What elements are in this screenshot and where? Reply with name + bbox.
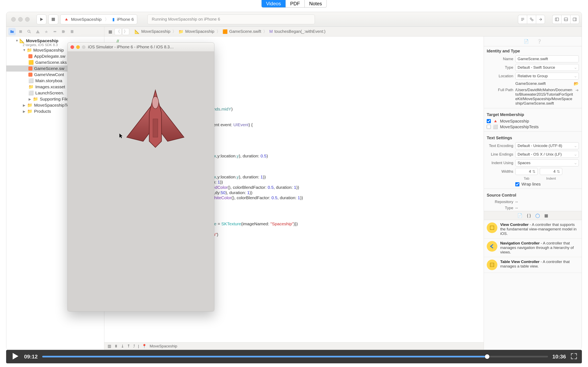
jump-bar[interactable]: ▦ 〈 〉 📐MoveSpaceship 〉 📁MoveSpaceship 〉 … <box>104 27 582 36</box>
lib-navigation-controller[interactable]: Navigation Controller - A controller tha… <box>484 239 582 257</box>
related-files-icon[interactable]: ▦ <box>107 28 114 35</box>
fullpath-label: Full Path <box>487 88 513 92</box>
xcode-toolbar: 🔺 MoveSpaceship 〉 ▮ iPhone 6 Running Mov… <box>6 12 582 27</box>
toggle-navigator-button[interactable] <box>552 15 561 24</box>
jump-nav: ▦ 〈 〉 <box>107 28 129 35</box>
secondary-toolbar: ▦ 〈 〉 📐MoveSpaceship 〉 📁MoveSpaceship 〉 … <box>6 27 582 36</box>
sim-min-icon[interactable] <box>76 45 80 49</box>
reveal-path-icon[interactable]: ➜ <box>575 88 579 92</box>
svg-rect-3 <box>555 18 559 21</box>
total-time: 10:36 <box>553 354 566 360</box>
editor-mode-group <box>518 15 545 24</box>
target-chk-main[interactable] <box>487 119 491 123</box>
jump-seg-file[interactable]: GameScene.swift <box>229 29 261 34</box>
name-field[interactable]: GameScene.swift <box>515 55 579 62</box>
sim-close-icon[interactable] <box>70 45 74 49</box>
jump-swift-icon: 🟧 <box>223 29 228 34</box>
choose-path-icon[interactable]: 📂 <box>574 81 579 86</box>
progress-knob[interactable] <box>485 354 489 359</box>
source-control-title: Source Control <box>484 191 582 199</box>
progress-fill <box>42 356 487 358</box>
widths-label: Widths <box>487 169 513 174</box>
identity-section-title: Identity and Type <box>484 46 582 55</box>
stop-button[interactable] <box>48 15 58 24</box>
symbol-navigator-icon[interactable] <box>17 28 24 35</box>
simulator-titlebar[interactable]: iOS Simulator - iPhone 6 - iPhone 6 / iO… <box>68 43 214 52</box>
navigator-selector <box>6 27 104 36</box>
debug-bar[interactable]: ▥⏸⤓⤒⤴|📍 MoveSpaceship <box>104 342 484 350</box>
jump-seg-project[interactable]: MoveSpaceship <box>141 29 170 34</box>
tab-notes[interactable]: Notes <box>305 0 327 7</box>
navcontroller-icon <box>487 241 497 252</box>
scheme-selector[interactable]: 🔺 MoveSpaceship 〉 ▮ iPhone 6 <box>60 15 137 24</box>
svg-rect-9 <box>19 30 22 33</box>
viewcontroller-icon <box>487 222 497 233</box>
type-select[interactable]: Default - Swift Source <box>515 64 579 71</box>
test-navigator-icon[interactable] <box>43 28 50 35</box>
page-mode-tabs: Videos PDF Notes <box>261 0 327 8</box>
snippet-lib-icon[interactable]: { } <box>527 213 531 218</box>
target-tests[interactable]: ⬜MoveSpaceshipTests <box>484 124 582 130</box>
indentusing-select[interactable]: Spaces <box>515 159 579 166</box>
toggle-utilities-button[interactable] <box>570 15 579 24</box>
toggle-debug-button[interactable] <box>561 15 570 24</box>
encoding-label: Text Encoding <box>487 143 513 148</box>
file-inspector-icon[interactable]: 📄 <box>523 38 530 45</box>
play-button[interactable] <box>11 352 20 361</box>
object-library[interactable]: View Controller - A controller that supp… <box>484 220 582 350</box>
standard-editor-button[interactable] <box>518 15 527 24</box>
project-navigator-icon[interactable] <box>8 28 16 35</box>
wrap-lines-check[interactable]: Wrap lines <box>484 182 582 187</box>
lineendings-select[interactable]: Default - OS X / Unix (LF) <box>515 151 579 158</box>
traffic-min-icon[interactable] <box>18 17 23 22</box>
target-movespaceship[interactable]: 🔺MoveSpaceship <box>484 118 582 124</box>
svg-rect-7 <box>573 18 577 21</box>
jump-back-icon[interactable]: 〈 <box>114 28 121 35</box>
indent-width-stepper[interactable]: 4⇅ <box>540 168 562 175</box>
tab-videos[interactable]: Videos <box>261 0 286 7</box>
breakpoint-navigator-icon[interactable] <box>60 28 67 35</box>
version-editor-button[interactable] <box>536 15 545 24</box>
tablecontroller-icon <box>487 259 497 270</box>
simulator-title-text: iOS Simulator - iPhone 6 - iPhone 6 / iO… <box>88 45 174 49</box>
simulator-screen[interactable] <box>68 52 214 311</box>
assistant-editor-button[interactable] <box>527 15 536 24</box>
find-navigator-icon[interactable] <box>26 28 33 35</box>
file-template-lib-icon[interactable]: 📄 <box>517 213 522 218</box>
run-button[interactable] <box>36 15 46 24</box>
traffic-close-icon[interactable] <box>11 17 16 22</box>
spaceship-sprite <box>121 88 190 150</box>
wrap-lines-checkbox[interactable] <box>515 182 519 186</box>
tab-pdf[interactable]: PDF <box>286 0 305 7</box>
svg-marker-20 <box>13 353 18 359</box>
tab-width-stepper[interactable]: 4⇅ <box>515 168 538 175</box>
lib-table-view-controller[interactable]: Table View Controller - A controller tha… <box>484 257 582 273</box>
ios-simulator-window[interactable]: iOS Simulator - iPhone 6 - iPhone 6 / iO… <box>67 42 214 312</box>
jump-seg-symbol[interactable]: touchesBegan(_:withEvent:) <box>274 29 325 34</box>
target-chk-tests[interactable] <box>487 125 491 129</box>
progress-track[interactable] <box>42 356 548 358</box>
traffic-zoom-icon[interactable] <box>25 17 30 22</box>
media-lib-icon[interactable]: ▦ <box>544 213 548 218</box>
lib-view-controller[interactable]: View Controller - A controller that supp… <box>484 220 582 239</box>
encoding-select[interactable]: Default - Unicode (UTF-8) <box>515 142 579 149</box>
debug-navigator-icon[interactable] <box>51 28 59 35</box>
issue-navigator-icon[interactable] <box>34 28 42 35</box>
scheme-device-label: iPhone 6 <box>117 17 134 22</box>
jump-fwd-icon[interactable]: 〉 <box>122 28 129 35</box>
svg-rect-15 <box>490 263 494 267</box>
repo-value: -- <box>515 200 579 204</box>
fullpath-value: /Users/DavidMcMahon/Documents/Bluewater2… <box>515 88 573 106</box>
location-select[interactable]: Relative to Group <box>515 73 579 80</box>
fullscreen-button[interactable] <box>571 353 577 360</box>
scheme-device-icon: ▮ <box>112 17 115 22</box>
svg-marker-0 <box>40 18 43 21</box>
sim-zoom-icon[interactable] <box>82 45 86 49</box>
quick-help-icon[interactable]: ❔ <box>536 38 543 45</box>
activity-status: Running MoveSpaceship on iPhone 6 <box>147 15 315 24</box>
svg-rect-5 <box>564 18 568 21</box>
report-navigator-icon[interactable] <box>68 28 76 35</box>
object-lib-icon[interactable]: ◯ <box>535 213 540 218</box>
jump-seg-group[interactable]: MoveSpaceship <box>185 29 214 34</box>
scheme-project-label: MoveSpaceship <box>71 17 102 22</box>
